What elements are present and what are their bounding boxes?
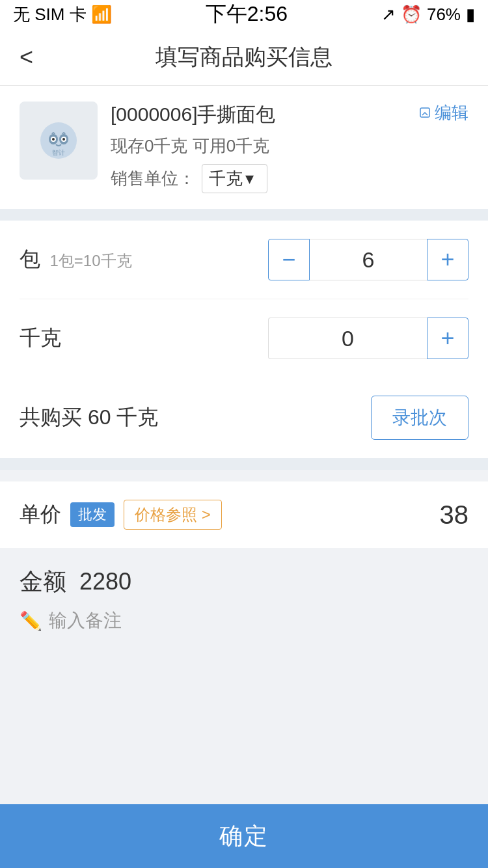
- edit-icon: [419, 107, 432, 120]
- section-separator-1: [0, 209, 488, 221]
- product-logo-icon: 智计: [39, 121, 78, 160]
- kg-label: 千克: [20, 324, 61, 353]
- product-info: [0000006]手撕面包 编辑 现存0千克 可用0千克 销售单位： 千克 ▾: [111, 102, 468, 193]
- svg-point-6: [62, 138, 65, 141]
- location-icon: ↗: [381, 5, 396, 25]
- battery-icon: ▮: [466, 5, 475, 25]
- input-section: 包 1包=10千克 − 6 + 千克 0 +: [0, 221, 488, 377]
- note-placeholder: 输入备注: [49, 608, 122, 633]
- amount-label: 金额: [20, 568, 66, 595]
- note-row[interactable]: ✏️ 输入备注: [20, 608, 468, 633]
- price-label: 单价: [20, 500, 61, 529]
- kg-stepper: 0 +: [268, 318, 468, 359]
- price-label-area: 单价 批发 价格参照 >: [20, 500, 222, 530]
- bao-label: 包 1包=10千克: [20, 245, 132, 274]
- svg-text:智计: 智计: [52, 149, 65, 156]
- price-value: 38: [440, 500, 469, 530]
- svg-point-5: [52, 138, 55, 141]
- page-title: 填写商品购买信息: [156, 42, 332, 72]
- bao-stepper: − 6 +: [268, 239, 468, 280]
- battery-text: 76%: [427, 5, 461, 25]
- bao-minus-button[interactable]: −: [268, 239, 310, 280]
- amount-section: 金额 2280 ✏️ 输入备注: [0, 548, 488, 644]
- product-unit: 销售单位： 千克 ▾: [111, 164, 468, 193]
- bao-plus-button[interactable]: +: [427, 239, 468, 280]
- pencil-icon: ✏️: [20, 610, 42, 632]
- price-ref-button[interactable]: 价格参照 >: [124, 500, 222, 530]
- amount-row: 金额 2280: [20, 566, 468, 598]
- kg-input-row: 千克 0 +: [20, 299, 468, 377]
- product-header: [0000006]手撕面包 编辑: [111, 102, 468, 128]
- kg-plus-button[interactable]: +: [427, 318, 468, 359]
- status-icons: ↗ ⏰ 76% ▮: [381, 5, 475, 25]
- unit-selector[interactable]: 千克 ▾: [202, 164, 267, 193]
- total-text: 共购买 60 千克: [20, 403, 158, 432]
- back-button[interactable]: <: [20, 44, 33, 71]
- total-section: 共购买 60 千克 录批次: [0, 377, 488, 458]
- amount-value: 2280: [79, 568, 131, 595]
- kg-input[interactable]: 0: [268, 318, 427, 359]
- product-image: 智计: [20, 102, 98, 180]
- status-time: 下午2:56: [206, 0, 288, 29]
- status-carrier: 无 SIM 卡 📶: [13, 3, 112, 26]
- bao-input-row: 包 1包=10千克 − 6 +: [20, 221, 468, 299]
- price-section: 单价 批发 价格参照 > 38: [0, 481, 488, 548]
- chevron-down-icon: ▾: [245, 169, 254, 189]
- price-badge: 批发: [70, 502, 115, 527]
- bao-input[interactable]: 6: [310, 239, 427, 280]
- section-separator-2: [0, 458, 488, 470]
- nav-bar: < 填写商品购买信息: [0, 29, 488, 86]
- edit-link[interactable]: 编辑: [419, 102, 468, 124]
- status-bar: 无 SIM 卡 📶 下午2:56 ↗ ⏰ 76% ▮: [0, 0, 488, 29]
- alarm-icon: ⏰: [401, 5, 422, 25]
- product-stock: 现存0千克 可用0千克: [111, 135, 468, 157]
- product-name: [0000006]手撕面包: [111, 102, 275, 128]
- batch-button[interactable]: 录批次: [371, 396, 468, 440]
- product-section: 智计 [0000006]手撕面包 编辑 现存0千克 可用0千克 销售单位： 千克: [0, 86, 488, 209]
- confirm-button[interactable]: 确定: [0, 804, 488, 868]
